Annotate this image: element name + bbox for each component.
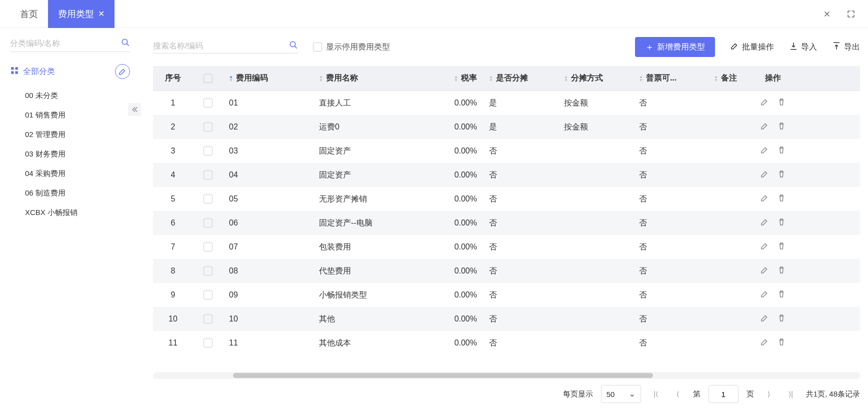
col-method[interactable]: ▲▼分摊方式 [558, 66, 633, 90]
delete-row-button[interactable] [777, 242, 786, 252]
cell-name: 其他成本 [313, 331, 428, 355]
import-button[interactable]: 导入 [789, 42, 817, 52]
category-item[interactable]: 03 财务费用 [10, 144, 145, 164]
col-rate[interactable]: ▲▼税率 [428, 66, 483, 90]
edit-row-button[interactable] [760, 98, 769, 108]
col-deduct[interactable]: ▲▼普票可... [633, 66, 708, 90]
page-input[interactable] [708, 385, 738, 403]
row-checkbox[interactable] [193, 235, 223, 259]
last-page-button[interactable]: ⟩| [784, 387, 798, 401]
first-page-button[interactable]: |⟨ [649, 387, 663, 401]
toolbar: 显示停用费用类型 ＋ 新增费用类型 批量操作 导入 导出 [153, 37, 860, 57]
delete-row-button[interactable] [777, 266, 786, 276]
cell-code: 06 [223, 211, 313, 235]
edit-row-button[interactable] [760, 242, 769, 252]
col-code[interactable]: ▲▼费用编码 [223, 66, 313, 90]
col-share[interactable]: ▲▼是否分摊 [483, 66, 558, 90]
category-item[interactable]: 00 未分类 [10, 86, 145, 106]
edit-row-button[interactable] [760, 146, 769, 156]
batch-action-button[interactable]: 批量操作 [730, 42, 774, 52]
next-page-button[interactable]: ⟩ [762, 387, 776, 401]
close-icon[interactable]: ✕ [98, 9, 104, 18]
show-disabled-label: 显示停用费用类型 [326, 42, 390, 52]
delete-row-button[interactable] [777, 314, 786, 324]
chevron-down-icon: ⌄ [629, 390, 636, 398]
delete-row-button[interactable] [777, 98, 786, 108]
sidebar-search-input[interactable] [10, 39, 121, 48]
edit-row-button[interactable] [760, 218, 769, 228]
delete-row-button[interactable] [777, 122, 786, 132]
row-checkbox[interactable] [193, 163, 223, 187]
cell-rate: 0.00% [428, 91, 483, 115]
cell-method [558, 259, 633, 283]
category-item[interactable]: 06 制造费用 [10, 184, 145, 203]
edit-row-button[interactable] [760, 170, 769, 180]
row-checkbox[interactable] [193, 91, 223, 115]
row-checkbox[interactable] [193, 331, 223, 355]
cell-rate: 0.00% [428, 139, 483, 163]
collapse-sidebar-button[interactable] [128, 103, 141, 116]
tab-home[interactable]: 首页 [10, 0, 48, 28]
row-checkbox[interactable] [193, 115, 223, 139]
col-checkbox[interactable] [193, 66, 223, 90]
col-index[interactable]: 序号 [153, 66, 193, 90]
edit-row-button[interactable] [760, 194, 769, 204]
search-icon[interactable] [289, 40, 298, 51]
add-button-label: 新增费用类型 [657, 42, 705, 52]
add-expense-type-button[interactable]: ＋ 新增费用类型 [635, 37, 715, 57]
cell-remark [708, 187, 743, 211]
category-item[interactable]: XCBX 小畅报销 [10, 203, 145, 222]
category-item[interactable]: 01 销售费用 [10, 106, 145, 125]
col-remark[interactable]: ▲▼备注 [708, 66, 743, 90]
prev-page-button[interactable]: ⟨ [671, 387, 685, 401]
export-icon [832, 42, 841, 52]
grid-icon [10, 66, 19, 77]
row-checkbox[interactable] [193, 259, 223, 283]
scrollbar-thumb[interactable] [233, 373, 653, 378]
row-checkbox[interactable] [193, 139, 223, 163]
category-list: 00 未分类 01 销售费用 02 管理费用 03 财务费用 04 采购费用 0… [10, 86, 145, 222]
category-item[interactable]: 04 采购费用 [10, 164, 145, 184]
row-checkbox[interactable] [193, 211, 223, 235]
category-item[interactable]: 02 管理费用 [10, 125, 145, 144]
cell-name: 固定资产 [313, 163, 428, 187]
sort-icon: ▲▼ [489, 75, 493, 82]
cell-name: 运费0 [313, 115, 428, 139]
svg-point-5 [290, 42, 296, 47]
edit-row-button[interactable] [760, 122, 769, 132]
delete-row-button[interactable] [777, 146, 786, 156]
show-disabled-checkbox[interactable]: 显示停用费用类型 [313, 42, 390, 52]
delete-row-button[interactable] [777, 290, 786, 300]
cell-actions [743, 211, 803, 235]
cell-rate: 0.00% [428, 211, 483, 235]
row-checkbox[interactable] [193, 283, 223, 307]
delete-row-button[interactable] [777, 338, 786, 348]
col-name[interactable]: ▲▼费用名称 [313, 66, 428, 90]
delete-row-button[interactable] [777, 194, 786, 204]
per-page-select[interactable]: 50 ⌄ [601, 385, 641, 403]
edit-category-button[interactable] [115, 64, 130, 79]
edit-row-button[interactable] [760, 266, 769, 276]
page-summary: 共1页, 48条记录 [806, 390, 860, 399]
search-icon[interactable] [121, 38, 130, 48]
tab-home-label: 首页 [20, 8, 38, 20]
delete-row-button[interactable] [777, 170, 786, 180]
row-checkbox[interactable] [193, 307, 223, 331]
edit-row-button[interactable] [760, 338, 769, 348]
fullscreen-icon[interactable] [844, 7, 858, 21]
checkbox-icon [204, 338, 212, 348]
cell-deduct: 否 [633, 307, 708, 331]
row-checkbox[interactable] [193, 187, 223, 211]
tab-expense-type[interactable]: 费用类型 ✕ [48, 0, 114, 28]
sidebar: 全部分类 00 未分类 01 销售费用 02 管理费用 03 财务费用 04 采… [0, 28, 145, 409]
delete-row-button[interactable] [777, 218, 786, 228]
edit-row-button[interactable] [760, 290, 769, 300]
export-button[interactable]: 导出 [832, 42, 860, 52]
search-input[interactable] [153, 42, 289, 50]
horizontal-scrollbar[interactable] [153, 372, 860, 379]
category-root[interactable]: 全部分类 [10, 66, 115, 77]
category-root-label: 全部分类 [23, 66, 55, 77]
close-all-icon[interactable] [820, 7, 834, 21]
cell-remark [708, 163, 743, 187]
edit-row-button[interactable] [760, 314, 769, 324]
